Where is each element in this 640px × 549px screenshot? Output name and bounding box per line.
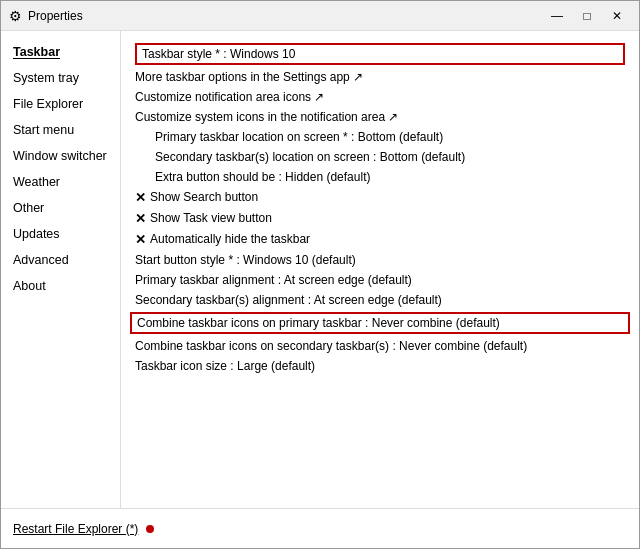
sidebar-item-other[interactable]: Other [1, 195, 120, 221]
setting-primary-location-text: Primary taskbar location on screen * : B… [155, 130, 443, 144]
sidebar-item-weather[interactable]: Weather [1, 169, 120, 195]
maximize-button[interactable]: □ [573, 6, 601, 26]
setting-combine-secondary-text: Combine taskbar icons on secondary taskb… [135, 339, 527, 353]
sidebar-item-about[interactable]: About [1, 273, 120, 299]
setting-show-search-text: Show Search button [150, 190, 258, 204]
setting-icon-size-text: Taskbar icon size : Large (default) [135, 359, 315, 373]
minimize-button[interactable]: — [543, 6, 571, 26]
footer: Restart File Explorer (*) [1, 508, 639, 548]
sidebar-item-start-menu[interactable]: Start menu [1, 117, 120, 143]
setting-start-button-style-text: Start button style * : Windows 10 (defau… [135, 253, 356, 267]
setting-show-task-view[interactable]: ✕ Show Task view button [135, 208, 625, 229]
setting-customize-system-icons[interactable]: Customize system icons in the notificati… [135, 107, 625, 127]
setting-icon-size[interactable]: Taskbar icon size : Large (default) [135, 356, 625, 376]
setting-secondary-location-text: Secondary taskbar(s) location on screen … [155, 150, 465, 164]
setting-customize-notif-text: Customize notification area icons ↗ [135, 90, 324, 104]
window-title: Properties [28, 9, 83, 23]
close-button[interactable]: ✕ [603, 6, 631, 26]
setting-customize-system-icons-text: Customize system icons in the notificati… [135, 110, 398, 124]
setting-combine-primary-text: Combine taskbar icons on primary taskbar… [137, 316, 500, 330]
setting-start-button-style[interactable]: Start button style * : Windows 10 (defau… [135, 250, 625, 270]
setting-more-options[interactable]: More taskbar options in the Settings app… [135, 67, 625, 87]
setting-taskbar-style[interactable]: Taskbar style * : Windows 10 [135, 43, 625, 65]
setting-extra-button[interactable]: Extra button should be : Hidden (default… [135, 167, 625, 187]
sidebar: Taskbar System tray File Explorer Start … [1, 31, 121, 508]
setting-primary-location[interactable]: Primary taskbar location on screen * : B… [135, 127, 625, 147]
setting-secondary-alignment[interactable]: Secondary taskbar(s) alignment : At scre… [135, 290, 625, 310]
restart-file-explorer-button[interactable]: Restart File Explorer (*) [13, 522, 138, 536]
sidebar-item-window-switcher[interactable]: Window switcher [1, 143, 120, 169]
setting-customize-notif[interactable]: Customize notification area icons ↗ [135, 87, 625, 107]
setting-taskbar-style-text: Taskbar style * : Windows 10 [142, 47, 295, 61]
sidebar-item-updates[interactable]: Updates [1, 221, 120, 247]
setting-show-task-view-text: Show Task view button [150, 211, 272, 225]
settings-panel: Taskbar style * : Windows 10 More taskba… [121, 31, 639, 508]
setting-secondary-location[interactable]: Secondary taskbar(s) location on screen … [135, 147, 625, 167]
sidebar-item-taskbar[interactable]: Taskbar [1, 39, 120, 65]
title-bar-left: ⚙ Properties [9, 8, 83, 24]
main-window: ⚙ Properties — □ ✕ Taskbar System tray F… [0, 0, 640, 549]
setting-show-search[interactable]: ✕ Show Search button [135, 187, 625, 208]
x-icon-search: ✕ [135, 190, 146, 205]
app-icon: ⚙ [9, 8, 22, 24]
sidebar-item-advanced[interactable]: Advanced [1, 247, 120, 273]
sidebar-item-file-explorer[interactable]: File Explorer [1, 91, 120, 117]
x-icon-auto-hide: ✕ [135, 232, 146, 247]
setting-combine-primary[interactable]: Combine taskbar icons on primary taskbar… [130, 312, 630, 334]
setting-extra-button-text: Extra button should be : Hidden (default… [155, 170, 370, 184]
content-area: Taskbar System tray File Explorer Start … [1, 31, 639, 508]
title-controls: — □ ✕ [543, 6, 631, 26]
setting-auto-hide-text: Automatically hide the taskbar [150, 232, 310, 246]
x-icon-task-view: ✕ [135, 211, 146, 226]
setting-combine-secondary[interactable]: Combine taskbar icons on secondary taskb… [135, 336, 625, 356]
setting-auto-hide[interactable]: ✕ Automatically hide the taskbar [135, 229, 625, 250]
sidebar-item-system-tray[interactable]: System tray [1, 65, 120, 91]
status-dot [146, 525, 154, 533]
title-bar: ⚙ Properties — □ ✕ [1, 1, 639, 31]
setting-more-options-text: More taskbar options in the Settings app… [135, 70, 363, 84]
setting-secondary-alignment-text: Secondary taskbar(s) alignment : At scre… [135, 293, 442, 307]
setting-primary-alignment-text: Primary taskbar alignment : At screen ed… [135, 273, 412, 287]
setting-primary-alignment[interactable]: Primary taskbar alignment : At screen ed… [135, 270, 625, 290]
